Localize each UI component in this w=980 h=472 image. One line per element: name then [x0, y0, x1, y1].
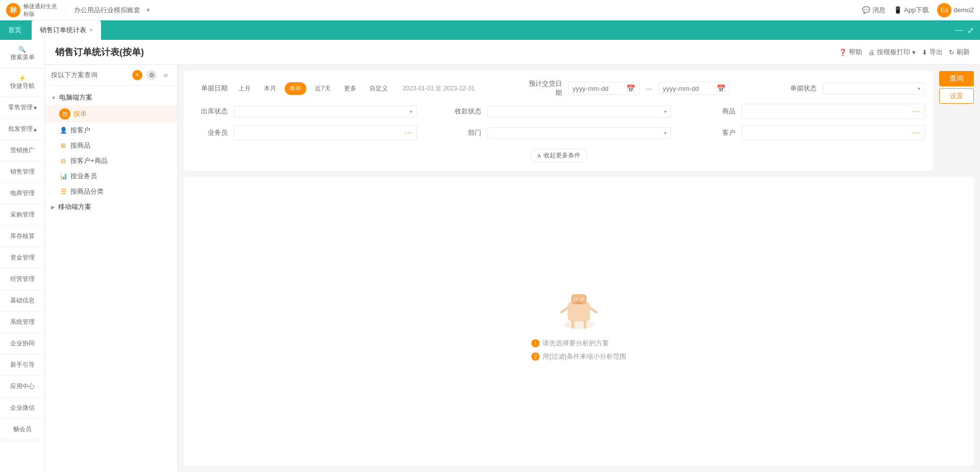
tree-group-pc-header[interactable]: ▼ 电脑端方案	[45, 90, 177, 105]
expected-date-end-field[interactable]	[663, 85, 717, 92]
tree-item-by-customer[interactable]: 👤 按客户	[45, 123, 177, 138]
date-btn-last-month[interactable]: 上月	[234, 82, 255, 95]
sidebar-item-retail[interactable]: 零售管理 ▾	[0, 97, 44, 119]
export-btn[interactable]: ⬇ 导出	[922, 48, 943, 57]
expected-date-start-input[interactable]: 📅	[568, 82, 640, 95]
right-panel: 单据日期 上月 本月 本年 近7天 更多 自定义 2023-01-01 至 20…	[178, 65, 980, 472]
date-btn-more[interactable]: 更多	[339, 82, 361, 95]
filter-and-actions-wrapper: 单据日期 上月 本月 本年 近7天 更多 自定义 2023-01-01 至 20…	[184, 71, 974, 171]
sidebar-item-basic-info[interactable]: 基础信息	[0, 290, 44, 312]
collapse-row: ∧ 收起更多条件	[192, 147, 925, 162]
date-btn-this-year[interactable]: 本年	[285, 82, 306, 95]
goods-dots[interactable]: ···	[912, 107, 920, 116]
filter-actions-col: 查询 设置	[939, 71, 974, 171]
sidebar-item-appcenter[interactable]: 应用中心	[0, 376, 44, 397]
tab-close-icon[interactable]: ×	[89, 27, 93, 34]
export-label: 导出	[929, 48, 943, 57]
template-print-btn[interactable]: 🖨 按模板打印 ▾	[868, 48, 916, 57]
tree-item-by-category[interactable]: ☰ 按商品分类	[45, 184, 177, 199]
tab-bar: 首页 销售订单统计表 × — ⤢	[0, 20, 980, 40]
scheme-tree: ▼ 电脑端方案 按 按单 👤 按客户 ⊞ 按商	[45, 86, 177, 219]
scheme-add-btn[interactable]: +	[132, 70, 142, 80]
app-download-btn[interactable]: 📱 App下载	[894, 6, 929, 15]
tree-item-by-category-label: 按商品分类	[70, 187, 104, 196]
download-icon: 📱	[894, 6, 902, 14]
filter-row-3: 业务员 ··· 部门 ▾	[192, 125, 925, 140]
sidebar-item-system[interactable]: 系统管理	[0, 312, 44, 333]
scheme-panel-title: 按以下方案查询	[51, 70, 97, 80]
template-print-label: 按模板打印	[877, 48, 910, 57]
sidebar-item-member[interactable]: 畅会员	[0, 419, 44, 440]
tree-item-by-customer-goods-icon: ⊟	[59, 157, 67, 165]
goods-select[interactable]: ···	[742, 104, 925, 119]
empty-illustration	[553, 281, 604, 333]
sidebar-item-enterprise[interactable]: 企业协同	[0, 333, 44, 355]
tip1-text: 请先选择要分析的方案	[543, 339, 609, 348]
tab-home-label: 首页	[8, 26, 21, 35]
tree-item-by-order[interactable]: 按 按单	[45, 105, 177, 123]
help-icon: ❓	[839, 49, 847, 56]
svg-rect-7	[576, 302, 582, 304]
scheme-settings-btn[interactable]: ⚙	[146, 70, 157, 80]
tab-minimize-icon[interactable]: —	[955, 26, 963, 35]
dept-label: 部门	[446, 128, 481, 137]
calendar-start-icon[interactable]: 📅	[626, 84, 635, 92]
scheme-panel: 按以下方案查询 + ⚙ « ▼ 电脑端方案	[45, 65, 178, 472]
sidebar-item-search[interactable]: 🔍 搜索菜单	[0, 40, 44, 68]
tree-item-by-salesman-icon: 📊	[59, 172, 67, 180]
dept-select[interactable]: ▾	[487, 127, 671, 139]
sidebar-item-ecommerce[interactable]: 电商管理	[0, 183, 44, 204]
scheme-panel-header: 按以下方案查询 + ⚙ «	[45, 65, 177, 86]
sidebar-item-guide[interactable]: 新手引导	[0, 355, 44, 376]
sidebar-item-operations[interactable]: 经营管理	[0, 269, 44, 290]
message-btn[interactable]: 💬 消息	[862, 6, 886, 15]
settings-btn[interactable]: 设置	[939, 88, 974, 104]
expected-date-end-input[interactable]: 📅	[658, 82, 730, 95]
pay-status-select[interactable]: ▾	[487, 106, 671, 117]
sidebar-item-wechat[interactable]: 企业微信	[0, 397, 44, 419]
tab-sales-order[interactable]: 销售订单统计表 ×	[32, 20, 101, 40]
sidebar-item-sales[interactable]: 销售管理	[0, 161, 44, 183]
tree-item-by-salesman[interactable]: 📊 按业务员	[45, 169, 177, 184]
scheme-collapse-btn[interactable]: «	[161, 70, 171, 80]
dropdown-arrow-icon[interactable]: ▾	[146, 6, 150, 14]
expected-date-start-field[interactable]	[573, 85, 626, 92]
sidebar-item-inventory[interactable]: 库存核算	[0, 226, 44, 247]
divider	[65, 5, 66, 15]
user-area[interactable]: Ea demo2	[937, 3, 974, 17]
page-actions: ❓ 帮助 🖨 按模板打印 ▾ ⬇ 导出 ↻ 刷新	[839, 48, 970, 63]
tree-item-by-customer-goods[interactable]: ⊟ 按客户+商品	[45, 153, 177, 169]
sidebar-item-quicknav[interactable]: ⚡ 快捷导航	[0, 68, 44, 97]
calendar-end-icon[interactable]: 📅	[717, 84, 725, 92]
sidebar-item-purchase[interactable]: 采购管理	[0, 204, 44, 226]
tab-maximize-icon[interactable]: ⤢	[967, 26, 974, 35]
status-select[interactable]: ▾	[823, 83, 925, 95]
chevron-up-icon: ▴	[34, 126, 37, 133]
tab-home[interactable]: 首页	[0, 20, 30, 40]
ship-status-label: 出库状态	[192, 107, 228, 116]
refresh-btn[interactable]: ↻ 刷新	[949, 48, 970, 57]
customer-dots[interactable]: ···	[912, 128, 920, 137]
status-select-arrow: ▾	[918, 86, 920, 91]
tree-item-by-goods-icon: ⊞	[59, 141, 67, 150]
collapse-btn[interactable]: ∧ 收起更多条件	[530, 149, 587, 162]
query-btn[interactable]: 查询	[939, 71, 974, 86]
date-btn-custom[interactable]: 自定义	[365, 82, 393, 95]
sidebar-item-finance[interactable]: 资金管理	[0, 247, 44, 269]
salesman-select[interactable]: ···	[234, 125, 417, 140]
tree-group-mobile-header[interactable]: ▶ 移动端方案	[45, 199, 177, 215]
page-title: 销售订单统计表(按单)	[55, 46, 144, 64]
message-icon: 💬	[862, 6, 870, 14]
collapse-arrow-icon: ∧	[537, 152, 542, 159]
date-btn-7days[interactable]: 近7天	[310, 82, 335, 95]
sidebar-item-wholesale[interactable]: 批发管理 ▴	[0, 119, 44, 140]
date-btn-this-month[interactable]: 本月	[259, 82, 281, 95]
help-btn[interactable]: ❓ 帮助	[839, 48, 862, 57]
refresh-icon: ↻	[949, 49, 954, 56]
tree-item-by-goods[interactable]: ⊞ 按商品	[45, 138, 177, 153]
sidebar-item-marketing[interactable]: 营销推广	[0, 140, 44, 161]
date-label: 单据日期	[192, 84, 228, 93]
salesman-dots[interactable]: ···	[404, 128, 412, 137]
ship-status-select[interactable]: ▾	[234, 106, 417, 117]
customer-select[interactable]: ···	[742, 125, 925, 140]
